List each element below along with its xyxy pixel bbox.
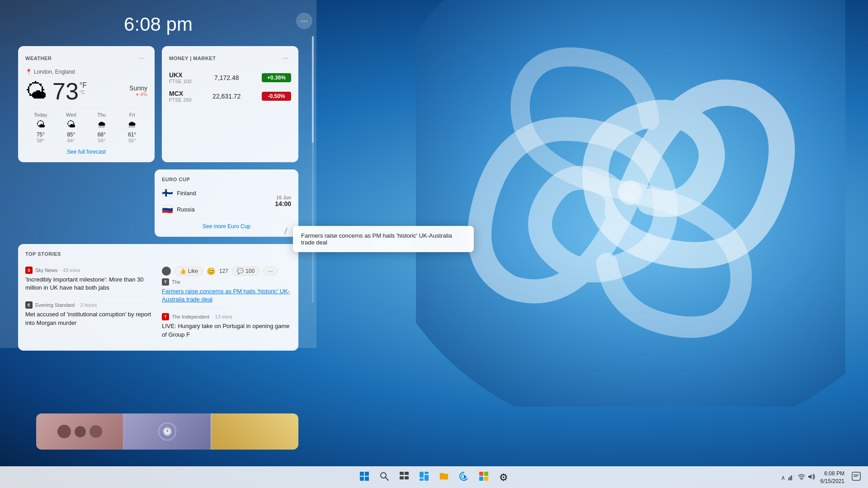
story-item: S Sky News · 43 mins 'Incredibly importa… xyxy=(25,262,155,297)
like-count: 127 xyxy=(219,268,228,274)
settings-icon: ⚙ xyxy=(499,472,508,483)
svg-rect-15 xyxy=(479,472,483,476)
stock-change-badge: +0.36% xyxy=(262,73,291,82)
svg-line-6 xyxy=(386,478,388,480)
story-source: T The xyxy=(162,278,291,286)
svg-rect-8 xyxy=(405,472,409,475)
stock-row[interactable]: MCX FTSE 250 22,631.72 -0.50% xyxy=(169,87,291,105)
clock-display: 6:08 pm xyxy=(18,14,298,35)
svg-rect-10 xyxy=(405,476,409,479)
comment-button[interactable]: 💬 100 xyxy=(232,267,259,276)
weather-forecast-link[interactable]: See full forecast xyxy=(25,149,147,155)
comment-icon: 💬 xyxy=(237,268,244,274)
source-name: Evening Standard xyxy=(35,302,75,308)
forecast-day-icon: 🌤 xyxy=(56,119,87,130)
widget-options-button[interactable]: ··· xyxy=(296,13,312,29)
stock-row[interactable]: UKX FTSE 100 7,172.48 +0.36% xyxy=(169,69,291,87)
source-time: · 43 mins xyxy=(60,267,80,273)
forecast-high: 75° xyxy=(25,131,56,138)
taskbar-date: 6/15/2021 xyxy=(821,478,844,485)
forecast-day-icon: 🌧 xyxy=(86,119,117,130)
file-explorer-button[interactable] xyxy=(435,469,453,487)
file-explorer-icon xyxy=(439,471,449,484)
emoji-reaction-icon: 😊 xyxy=(207,267,216,276)
store-button[interactable] xyxy=(475,469,493,487)
source-logo: T xyxy=(162,313,169,320)
search-button[interactable] xyxy=(375,469,393,487)
weather-header: WEATHER ··· xyxy=(25,53,147,63)
taskbar: ⚙ ∧ xyxy=(0,466,868,488)
money-menu-button[interactable]: ··· xyxy=(280,53,291,63)
scroll-track xyxy=(312,36,314,303)
chevron-up-icon[interactable]: ∧ xyxy=(781,474,785,481)
store-icon xyxy=(479,471,489,484)
like-button[interactable]: 👍 Like xyxy=(175,267,203,276)
eurocup-title: EURO CUP xyxy=(162,177,190,182)
weather-main: 🌤 73 °F °C Sunny ▾ 4% xyxy=(25,79,147,103)
network-icon[interactable] xyxy=(788,473,795,482)
thumbnail-1[interactable] xyxy=(36,413,123,450)
like-label: Like xyxy=(188,268,198,274)
thumbnail-2[interactable]: 🕐 xyxy=(123,413,212,450)
money-header: MONEY | MARKET ··· xyxy=(169,53,291,63)
start-button[interactable] xyxy=(355,469,373,487)
forecast-day-label: Wed xyxy=(56,112,87,117)
edge-button[interactable] xyxy=(455,469,473,487)
svg-rect-2 xyxy=(365,472,369,476)
forecast-low: 59° xyxy=(86,138,117,143)
source-name: The Independent xyxy=(172,314,209,319)
story-title-link[interactable]: Farmers raise concerns as PM hails 'hist… xyxy=(162,287,291,304)
stories-col-right: 👍 Like 😊 127 💬 100 ··· T The Farmers ra xyxy=(162,262,291,343)
weather-forecast: Today 🌤 75° 58° Wed 🌤 85° 64° Thu 🌧 68° … xyxy=(25,107,147,143)
widgets-button[interactable] xyxy=(415,469,433,487)
notification-button[interactable] xyxy=(852,472,861,483)
source-time: · 13 mins xyxy=(212,314,232,319)
forecast-day: Fri 🌧 61° 55° xyxy=(117,112,148,143)
source-logo: T xyxy=(162,278,169,286)
forecast-day-label: Today xyxy=(25,112,56,117)
thumbnail-3[interactable] xyxy=(212,413,298,450)
team1-name: Finland xyxy=(177,190,196,197)
weather-temperature: 73 xyxy=(52,80,79,103)
thumbnail-strip: 🕐 xyxy=(36,413,298,450)
story-item: 👍 Like 😊 127 💬 100 ··· T The Farmers ra xyxy=(162,262,291,309)
story-item: T The Independent · 13 mins LIVE: Hungar… xyxy=(162,309,291,343)
more-options-button[interactable]: ··· xyxy=(263,267,278,276)
eurocup-more-link[interactable]: See more Euro Cup xyxy=(162,218,291,230)
volume-icon[interactable] xyxy=(808,473,815,482)
weather-menu-button[interactable]: ··· xyxy=(136,53,147,63)
story-source: E Evening Standard · 3 hours xyxy=(25,301,155,309)
source-name: The xyxy=(172,279,180,285)
stock-ticker: UKX xyxy=(169,71,192,79)
location-pin-icon: 📍 xyxy=(25,69,32,75)
svg-rect-9 xyxy=(400,476,404,479)
forecast-day-label: Thu xyxy=(86,112,117,117)
weather-precipitation: ▾ 4% xyxy=(129,92,147,98)
story-item: E Evening Standard · 3 hours Met accused… xyxy=(25,297,155,331)
forecast-day: Wed 🌤 85° 64° xyxy=(56,112,87,143)
match-teams: 🇫🇮 Finland 🇷🇺 Russia xyxy=(162,188,275,215)
widgets-row-1: WEATHER ··· 📍 London, England 🌤 73 °F °C xyxy=(18,46,298,162)
weather-title: WEATHER xyxy=(25,56,52,61)
team1-row: 🇫🇮 Finland xyxy=(162,188,275,198)
widget-panel: 6:08 pm ··· WEATHER ··· 📍 London, Englan… xyxy=(0,0,316,348)
scroll-thumb[interactable] xyxy=(312,36,314,143)
taskbar-clock[interactable]: 6:08 PM 6/15/2021 xyxy=(821,470,844,485)
social-bar: 👍 Like 😊 127 💬 100 ··· xyxy=(162,267,291,276)
like-icon: 👍 xyxy=(179,268,186,274)
stories-title: TOP STORIES xyxy=(25,251,61,257)
task-view-button[interactable] xyxy=(395,469,413,487)
wifi-icon[interactable] xyxy=(798,473,805,482)
svg-rect-11 xyxy=(420,472,424,478)
edge-icon xyxy=(459,471,469,484)
widgets-row-2: EURO CUP 🇫🇮 Finland 🇷🇺 Russia xyxy=(18,169,298,237)
story-source: T The Independent · 13 mins xyxy=(162,313,291,320)
taskbar-time: 6:08 PM xyxy=(821,470,844,478)
forecast-day-icon: 🌧 xyxy=(117,119,148,130)
stocks-list: UKX FTSE 100 7,172.48 +0.36% MCX FTSE 25… xyxy=(169,69,291,105)
settings-button[interactable]: ⚙ xyxy=(495,469,513,487)
weather-unit: °F °C xyxy=(80,81,87,95)
search-icon xyxy=(379,471,389,484)
tooltip-text: Farmers raise concerns as PM hails 'hist… xyxy=(301,232,452,246)
widgets-grid: WEATHER ··· 📍 London, England 🌤 73 °F °C xyxy=(18,46,298,351)
